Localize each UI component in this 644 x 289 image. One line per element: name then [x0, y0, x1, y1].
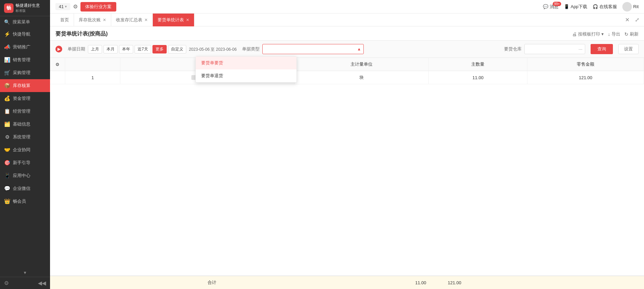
- type-label: 单据类型: [242, 46, 260, 52]
- sidebar-item-operation[interactable]: 📋 经营管理: [0, 105, 50, 118]
- sidebar-item-quick-nav[interactable]: ⚡ 快捷导航: [0, 28, 50, 41]
- date-btn-last-month[interactable]: 上月: [88, 45, 102, 53]
- col-settings[interactable]: ⚙: [50, 58, 65, 71]
- sidebar-item-base-info[interactable]: 🗂️ 基础信息: [0, 118, 50, 131]
- sidebar-item-finance[interactable]: 💰 资金管理: [0, 92, 50, 105]
- footer-amount: 121.00: [438, 280, 472, 285]
- tab-bar: 首页 库存批次账 ✕ 收发存汇总表 ✕ 要货单统计表 ✕ ✕ ⤢: [50, 14, 644, 26]
- sidebar-item-app-center[interactable]: 📱 应用中心: [0, 169, 50, 182]
- dropdown-item-order-return[interactable]: 要货单退货: [196, 69, 296, 82]
- warehouse-input[interactable]: [524, 44, 585, 54]
- page-content: 要货单统计表(按商品) 🖨 按模板打印 ▾ ↓ 导出 ↻ 刷新: [50, 26, 644, 289]
- phone-icon: 📱: [564, 4, 569, 9]
- row-amount-cell: 121.00: [527, 71, 644, 84]
- search-menu[interactable]: 🔍 搜索菜单: [0, 16, 50, 28]
- sidebar-item-marketing[interactable]: 📣 营销推广: [0, 41, 50, 53]
- dropdown-item-order-goods[interactable]: 要货单要货: [196, 57, 296, 69]
- logo-area: 畅 畅捷通好生意 标准版: [0, 0, 50, 16]
- top-header: 41 ▾ ⚙ 体验行业方案 💬 消息 99+ 📱 App下载 🎧 在线客服: [50, 0, 644, 14]
- search-icon: 🔍: [4, 19, 10, 25]
- type-select-input[interactable]: [262, 44, 364, 54]
- warehouse-input-wrapper: ···: [524, 44, 585, 54]
- tab-close-order-summary[interactable]: ✕: [186, 18, 189, 22]
- warehouse-dots-icon[interactable]: ···: [578, 46, 582, 52]
- date-btn-custom[interactable]: 自定义: [168, 45, 186, 53]
- sidebar-scroll-down[interactable]: ▼: [0, 269, 50, 277]
- purchase-icon: 🛒: [4, 70, 10, 76]
- tab-inventory-batch[interactable]: 库存批次账 ✕: [74, 14, 111, 26]
- finance-icon: 💰: [4, 95, 10, 102]
- row-index-cell: 1: [65, 71, 120, 84]
- sidebar-item-member[interactable]: 👑 畅会员: [0, 195, 50, 208]
- footer-label: 合计: [208, 280, 216, 286]
- expand-filter-button[interactable]: ▶: [55, 46, 62, 52]
- sidebar-item-system[interactable]: ⚙ 系统管理: [0, 131, 50, 143]
- date-btn-this-year[interactable]: 本年: [119, 45, 133, 53]
- member-icon: 👑: [4, 198, 10, 204]
- refresh-button[interactable]: ↻ 刷新: [624, 31, 639, 37]
- filter-bar: ▶ 单据日期 上月 本月 本年 近7天 更多 自定义 2023-05-06 至 …: [50, 40, 644, 58]
- page-container: 要货单统计表(按商品) 🖨 按模板打印 ▾ ↓ 导出 ↻ 刷新: [50, 26, 644, 289]
- type-filter-group: 单据类型 ▲: [242, 44, 499, 54]
- messages-badge: 99+: [553, 2, 561, 6]
- sidebar-item-purchase[interactable]: 🛒 采购管理: [0, 66, 50, 79]
- system-icon: ⚙: [4, 134, 10, 140]
- quick-nav-icon: ⚡: [4, 31, 10, 37]
- header-settings-icon[interactable]: ⚙: [73, 3, 78, 10]
- sales-icon: 📊: [4, 57, 10, 63]
- col-quantity: 主数量: [429, 58, 527, 71]
- row-quantity-cell: 11.00: [429, 71, 527, 84]
- export-icon: ↓: [608, 31, 610, 37]
- online-service-button[interactable]: 🎧 在线客服: [593, 4, 617, 10]
- type-dropdown-menu: 要货单要货 要货单退货: [195, 56, 297, 83]
- query-button[interactable]: 查询: [591, 44, 613, 54]
- sidebar-item-inventory[interactable]: 📦 库存核算: [0, 79, 50, 92]
- app-center-icon: 📱: [4, 173, 10, 179]
- tab-close-receipt-summary[interactable]: ✕: [144, 18, 148, 22]
- tab-close-inventory-batch[interactable]: ✕: [103, 18, 106, 22]
- sidebar-item-sales[interactable]: 📊 销售管理: [0, 53, 50, 66]
- row-settings-cell: [50, 71, 65, 84]
- date-btn-more[interactable]: 更多: [152, 45, 167, 53]
- operation-icon: 📋: [4, 108, 10, 114]
- sidebar-bottom: ⚙ ◀◀: [0, 277, 50, 289]
- table-footer: 合计 11.00 121.00: [50, 275, 644, 289]
- table-header-row: ⚙ 商品 主计量单位 主数量 零售金额: [50, 58, 644, 71]
- message-icon: 💬: [543, 4, 548, 9]
- settings-icon[interactable]: ⚙: [4, 280, 9, 286]
- breadcrumb[interactable]: 41 ▾: [55, 3, 70, 10]
- export-button[interactable]: ↓ 导出: [608, 31, 620, 37]
- sidebar-item-guide[interactable]: 🎯 新手引导: [0, 156, 50, 169]
- type-select-wrapper: ▲: [262, 44, 364, 54]
- tab-home[interactable]: 首页: [55, 14, 74, 26]
- trial-button[interactable]: 体验行业方案: [80, 2, 116, 12]
- tab-close-all-icon[interactable]: ✕: [624, 15, 631, 24]
- app-download-button[interactable]: 📱 App下载: [564, 4, 587, 10]
- date-btn-this-month[interactable]: 本月: [103, 45, 118, 53]
- sidebar: 畅 畅捷通好生意 标准版 🔍 搜索菜单 ⚡ 快捷导航 📣 营销推广 📊 销售管理…: [0, 0, 50, 289]
- print-button[interactable]: 🖨 按模板打印 ▾: [572, 31, 604, 37]
- chevron-down-icon: ▾: [65, 4, 67, 9]
- table-container: ⚙ 商品 主计量单位 主数量 零售金额 1: [50, 58, 644, 275]
- main-area: 41 ▾ ⚙ 体验行业方案 💬 消息 99+ 📱 App下载 🎧 在线客服: [50, 0, 644, 289]
- guide-icon: 🎯: [4, 160, 10, 166]
- tab-receipt-summary[interactable]: 收发存汇总表 ✕: [111, 14, 153, 26]
- sidebar-item-enterprise[interactable]: 🤝 企业协同: [0, 143, 50, 156]
- table-row: 1 块 11.00 121.00: [50, 71, 644, 84]
- settings-button[interactable]: 设置: [618, 44, 639, 54]
- messages-button[interactable]: 💬 消息 99+: [543, 4, 558, 10]
- tab-order-summary[interactable]: 要货单统计表 ✕: [153, 14, 194, 26]
- date-range-text: 2023-05-06 至 2023-06-06: [189, 47, 237, 52]
- page-header: 要货单统计表(按商品) 🖨 按模板打印 ▾ ↓ 导出 ↻ 刷新: [50, 26, 644, 40]
- footer-quantity: 11.00: [404, 280, 438, 285]
- date-btn-7days[interactable]: 近7天: [135, 45, 151, 53]
- col-index: [65, 58, 120, 71]
- header-right: 💬 消息 99+ 📱 App下载 🎧 在线客服 Rit: [543, 2, 639, 12]
- date-label: 单据日期: [68, 46, 85, 52]
- user-avatar-area[interactable]: Rit: [622, 2, 639, 12]
- wechat-icon: 💬: [4, 185, 10, 192]
- tab-expand-icon[interactable]: ⤢: [634, 15, 641, 24]
- collapse-icon[interactable]: ◀◀: [38, 280, 46, 286]
- headset-icon: 🎧: [593, 4, 598, 9]
- sidebar-item-wechat[interactable]: 💬 企业微信: [0, 182, 50, 195]
